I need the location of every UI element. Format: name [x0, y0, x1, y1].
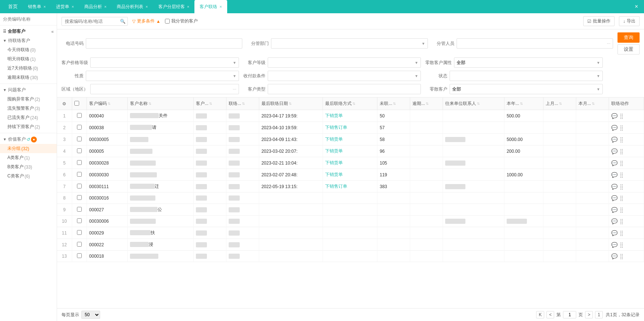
prev-page-button[interactable]: < — [546, 311, 554, 318]
message-icon[interactable]: 💬 — [611, 160, 617, 166]
row-select-checkbox[interactable] — [77, 242, 82, 247]
status-select[interactable]: ▼ — [450, 71, 603, 81]
my-customers-check[interactable] — [165, 19, 170, 24]
more-actions-icon[interactable]: ⣿ — [620, 125, 623, 131]
row-select-checkbox[interactable] — [77, 207, 82, 212]
row-select-checkbox[interactable] — [77, 184, 82, 188]
close-icon[interactable]: × — [104, 4, 106, 9]
nav-tab-analysis[interactable]: 商品分析 × — [79, 0, 112, 13]
sidebar-item-B[interactable]: B类客户 (33) — [0, 162, 57, 172]
export-button[interactable]: ↓ 导出 — [619, 16, 640, 26]
more-conditions-button[interactable]: ▽ 更多条件 ▲ — [132, 18, 161, 24]
more-actions-icon[interactable]: ⣿ — [620, 218, 623, 224]
region-select[interactable]: ⋯ — [90, 84, 239, 94]
close-icon[interactable]: × — [187, 4, 189, 9]
nav-tab-customer-contact[interactable]: 客户联络 × — [194, 0, 227, 13]
message-icon[interactable]: 💬 — [611, 207, 617, 213]
reset-button[interactable]: 设置 — [617, 44, 640, 54]
row-select-checkbox[interactable] — [77, 253, 82, 258]
message-icon[interactable]: 💬 — [611, 218, 617, 224]
sidebar-item-overdue[interactable]: 逾期未联络 (30) — [0, 73, 57, 82]
row-select-checkbox[interactable] — [77, 160, 82, 165]
sidebar-item-7days[interactable]: 近7天待联络 (0) — [0, 64, 57, 73]
message-icon[interactable]: 💬 — [611, 242, 617, 248]
close-icon[interactable]: × — [219, 4, 222, 9]
sidebar-item-today[interactable]: 今天待联络 (0) — [0, 45, 57, 54]
more-actions-icon[interactable]: ⣿ — [620, 137, 623, 142]
sidebar-pending-group[interactable]: ▼ 待联络客户 — [0, 36, 57, 45]
query-button[interactable]: 查询 — [617, 32, 640, 43]
row-select-checkbox[interactable] — [77, 125, 82, 130]
refresh-icon[interactable]: ↺ — [27, 137, 30, 142]
more-actions-icon[interactable]: ⣿ — [620, 172, 623, 178]
nav-tab-analysis-list[interactable]: 商品分析列表 × — [112, 0, 153, 13]
sidebar-item-C[interactable]: C类客户 (6) — [0, 172, 57, 181]
sidebar-item-declining[interactable]: 持续下滑客户 (2) — [0, 122, 57, 131]
retail-customer-select[interactable]: 全部▼ — [450, 84, 603, 94]
sidebar-item-warning[interactable]: 流失预警客户 (3) — [0, 104, 57, 113]
select-all-checkbox[interactable] — [74, 101, 79, 106]
nav-home[interactable]: 首页 — [3, 3, 23, 10]
contact-method-link[interactable]: 下销货单 — [325, 160, 343, 165]
message-icon[interactable]: 💬 — [611, 230, 617, 236]
sidebar-item-ungrouped[interactable]: 未分组 (32) — [0, 144, 57, 153]
contact-method-link[interactable]: 下销货单 — [325, 148, 343, 154]
filter-search-input[interactable] — [65, 19, 120, 24]
more-actions-icon[interactable]: ⣿ — [620, 184, 623, 190]
more-actions-icon[interactable]: ⣿ — [620, 207, 623, 213]
close-icon[interactable]: × — [43, 4, 46, 9]
grade-select[interactable]: ▼ — [268, 57, 421, 68]
close-icon[interactable]: × — [145, 4, 148, 9]
dept-select[interactable]: ▼ — [271, 38, 427, 49]
global-close-button[interactable]: × — [632, 3, 641, 10]
nav-tab-sales[interactable]: 销售单 × — [23, 0, 51, 13]
row-select-checkbox[interactable] — [77, 218, 82, 223]
next-page-button[interactable]: > — [585, 311, 593, 318]
contact-method-link[interactable]: 下销货单 — [325, 137, 343, 142]
more-actions-icon[interactable]: ⣿ — [620, 148, 623, 154]
more-actions-icon[interactable]: ⣿ — [620, 242, 623, 248]
row-select-checkbox[interactable] — [77, 230, 82, 235]
message-icon[interactable]: 💬 — [611, 184, 617, 190]
row-select-checkbox[interactable] — [77, 195, 82, 200]
payment-select[interactable]: ▼ — [268, 71, 421, 81]
more-actions-icon[interactable]: ⣿ — [620, 160, 623, 166]
message-icon[interactable]: 💬 — [611, 113, 617, 119]
close-icon[interactable]: × — [71, 4, 74, 9]
more-actions-icon[interactable]: ⣿ — [620, 230, 623, 236]
row-select-checkbox[interactable] — [77, 172, 82, 177]
nav-tab-purchase[interactable]: 进货单 × — [51, 0, 79, 13]
price-grade-select[interactable]: ▼ — [90, 57, 239, 68]
more-actions-icon[interactable]: ⣿ — [620, 195, 623, 201]
sidebar-problem-group[interactable]: ▼ 问题客户 — [0, 85, 57, 95]
sidebar-all-customers[interactable]: ⠿ 全部客户 « — [0, 25, 57, 36]
first-page-button[interactable]: K — [536, 311, 544, 318]
message-icon[interactable]: 💬 — [611, 125, 617, 131]
message-icon[interactable]: 💬 — [611, 195, 617, 201]
page-number-input[interactable] — [563, 311, 576, 318]
page-size-select[interactable]: 50 20 100 — [81, 311, 100, 319]
sidebar-search-input[interactable] — [3, 17, 57, 22]
sidebar-item-lost[interactable]: 已流失客户 (24) — [0, 113, 57, 122]
contact-method-link[interactable]: 下销货单 — [325, 172, 343, 177]
retail-attr-select[interactable]: 全部▼ — [454, 57, 603, 68]
last-page-button[interactable]: 1 — [595, 311, 603, 318]
row-select-checkbox[interactable] — [77, 148, 82, 153]
search-icon[interactable]: 🔍 — [120, 19, 126, 24]
phone-input[interactable] — [86, 38, 242, 49]
nature-select[interactable]: ▼ — [86, 71, 239, 81]
message-icon[interactable]: 💬 — [611, 137, 617, 142]
manager-select[interactable]: ⋯ — [457, 38, 613, 49]
row-select-checkbox[interactable] — [77, 113, 82, 118]
message-icon[interactable]: 💬 — [611, 172, 617, 178]
more-actions-icon[interactable]: ⣿ — [620, 113, 623, 119]
message-icon[interactable]: 💬 — [611, 148, 617, 154]
contact-method-link[interactable]: 下销售订单 — [325, 125, 347, 130]
settings-header[interactable]: ⚙ — [57, 98, 72, 110]
customer-type-select[interactable] — [268, 84, 421, 94]
settings-icon[interactable]: ⚙ — [62, 101, 66, 106]
more-actions-icon[interactable]: ⣿ — [620, 253, 623, 259]
contact-method-link[interactable]: 下销货单 — [325, 113, 343, 118]
row-select-checkbox[interactable] — [77, 137, 82, 141]
sidebar-item-A[interactable]: A类客户 (1) — [0, 153, 57, 162]
